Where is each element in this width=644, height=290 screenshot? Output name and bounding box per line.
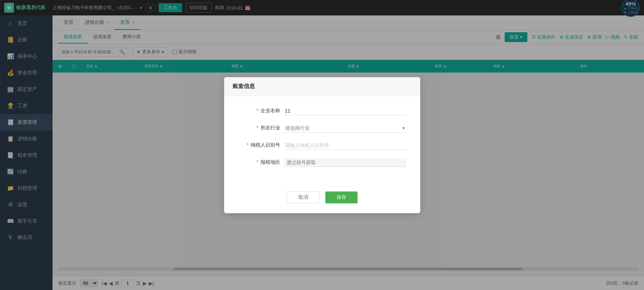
industry-select-wrap[interactable]: ▾ — [284, 124, 406, 133]
dialog-footer: 取消 保存 — [224, 186, 420, 213]
form-row-company: * 企业名称 — [238, 107, 406, 115]
dialog-body: * 企业名称 * 所在行业 ▾ * 纳税人识 — [224, 96, 420, 186]
tax-id-input[interactable] — [284, 141, 406, 150]
required-star-industry: * — [256, 125, 258, 130]
account-info-dialog: 账套信息 * 企业名称 * 所在行业 ▾ — [224, 77, 420, 213]
modal-overlay: 账套信息 * 企业名称 * 所在行业 ▾ — [0, 0, 644, 290]
tax-region-label: * 报税地区 — [238, 159, 280, 166]
company-name-input[interactable] — [284, 107, 406, 115]
tax-id-label: * 纳税人识别号 — [238, 142, 280, 148]
required-star-tax-region: * — [256, 159, 258, 165]
form-row-tax-region: * 报税地区 — [238, 158, 406, 167]
save-button[interactable]: 保存 — [325, 191, 358, 203]
required-star-company: * — [256, 108, 258, 113]
required-star-tax-id: * — [247, 142, 248, 148]
industry-dropdown-icon[interactable]: ▾ — [402, 125, 405, 131]
dialog-title: 账套信息 — [233, 83, 255, 89]
industry-label: * 所在行业 — [238, 125, 280, 131]
cancel-button[interactable]: 取消 — [287, 191, 320, 203]
tax-region-input — [284, 158, 406, 167]
form-row-tax-id: * 纳税人识别号 — [238, 141, 406, 150]
industry-select-input[interactable] — [285, 125, 402, 131]
company-name-label: * 企业名称 — [238, 108, 280, 114]
dialog-header: 账套信息 — [224, 77, 420, 96]
form-row-industry: * 所在行业 ▾ — [238, 124, 406, 133]
